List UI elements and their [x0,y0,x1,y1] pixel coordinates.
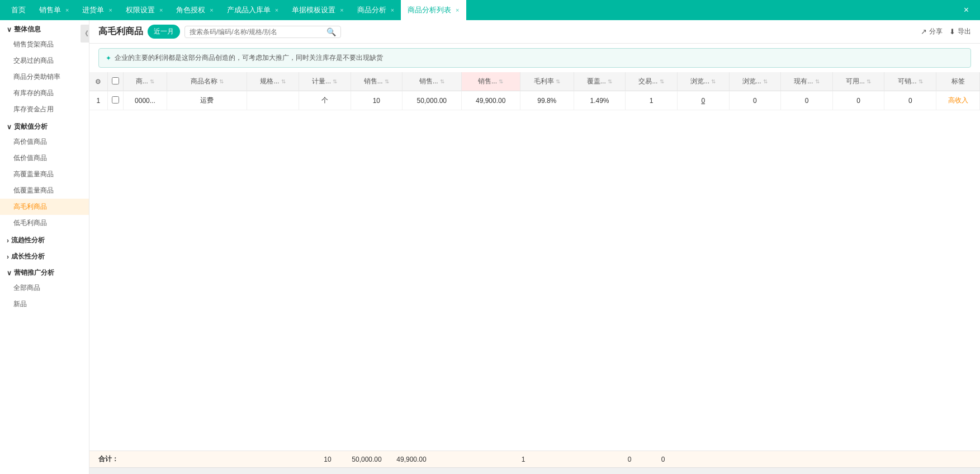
cell-spec [247,91,299,110]
content-area: 高毛利商品 近一月 🔍 ↗ 分享 ⬇ 导出 ✦ 企业的主 [89,20,980,474]
nav-permission-settings-close[interactable]: × [159,7,163,13]
sidebar-item-high-margin[interactable]: 高毛利商品 [0,199,89,215]
sidebar-item-sales-shelf[interactable]: 销售货架商品 [0,36,89,53]
nav-product-inbound[interactable]: 产成品入库单 × [220,0,285,20]
sidebar-item-traded[interactable]: 交易过的商品 [0,53,89,69]
sort-icon-unit: ⇅ [333,78,337,85]
sidebar-item-new-products[interactable]: 新品 [0,296,89,312]
top-navigation: 首页 销售单 × 进货单 × 权限设置 × 角色授权 × 产成品入库单 × 单据… [0,0,980,20]
header-actions: ↗ 分享 ⬇ 导出 [921,27,971,36]
nav-permission-settings[interactable]: 权限设置 × [119,0,169,20]
sidebar-item-high-value[interactable]: 高价值商品 [0,134,89,150]
col-name[interactable]: 商品名称 ⇅ [167,72,247,91]
cell-checkbox[interactable] [107,91,123,110]
info-icon: ✦ [106,54,111,62]
sidebar-item-category-rate[interactable]: 商品分类助销率 [0,69,89,85]
nav-template-settings-close[interactable]: × [340,7,343,13]
footer-cells: 10 50,000.00 49,900.00 1 0 0 [132,456,971,463]
nav-purchase-order-close[interactable]: × [108,7,112,13]
footer-current: 0 [613,456,646,463]
col-code[interactable]: 商... ⇅ [123,72,167,91]
cell-tag: 高收入 [936,91,980,110]
sidebar-item-high-coverage[interactable]: 高覆盖量商品 [0,166,89,182]
search-input[interactable] [190,28,324,36]
col-gross-rate[interactable]: 毛利率 ⇅ [520,72,574,91]
col-available[interactable]: 可用... ⇅ [832,72,884,91]
sort-icon-sales-amt: ⇅ [440,78,444,85]
footer-available: 0 [646,456,680,463]
sidebar-item-stock-capital[interactable]: 库存资金占用 [0,101,89,118]
sidebar-section-trend[interactable]: › 流趋性分析 [0,231,89,247]
row-checkbox[interactable] [112,96,119,104]
horizontal-scrollbar[interactable] [89,467,980,474]
nav-product-analysis-list[interactable]: 商品分析列表 × [401,0,466,20]
search-box[interactable]: 🔍 [184,26,341,38]
nav-purchase-order[interactable]: 进货单 × [75,0,119,20]
nav-template-settings[interactable]: 单据模板设置 × [285,0,350,20]
cell-browse2: 0 [729,91,781,110]
cell-gross-rate: 99.8% [520,91,574,110]
cell-browse1[interactable]: 0 [677,91,729,110]
nav-role-auth[interactable]: 角色授权 × [169,0,220,20]
table-container[interactable]: ⚙ 商... ⇅ 商品名称 ⇅ [89,72,980,450]
cell-code: 0000... [123,91,167,110]
col-spec[interactable]: 规格... ⇅ [247,72,299,91]
col-settings[interactable]: ⚙ [89,72,107,91]
col-checkbox[interactable] [107,72,123,91]
chevron-right-icon-2: › [7,253,9,261]
col-sellable[interactable]: 可销... ⇅ [884,72,936,91]
col-coverage[interactable]: 覆盖... ⇅ [574,72,626,91]
col-sales-profit[interactable]: 销售... ⇅ [461,72,520,91]
select-all-checkbox[interactable] [112,77,119,85]
col-transaction[interactable]: 交易... ⇅ [626,72,678,91]
chevron-down-icon-3: ∨ [7,269,12,277]
nav-product-analysis[interactable]: 商品分析 × [351,0,401,20]
nav-product-analysis-close[interactable]: × [391,7,394,13]
share-button[interactable]: ↗ 分享 [921,27,943,36]
sidebar-item-low-value[interactable]: 低价值商品 [0,150,89,166]
window-close-button[interactable]: × [957,5,976,15]
sort-icon-current: ⇅ [815,78,820,85]
sidebar-section-marketing[interactable]: ∨ 营销推广分析 [0,264,89,280]
sidebar-item-all-products[interactable]: 全部商品 [0,280,89,296]
chevron-down-icon-2: ∨ [7,123,12,131]
col-unit[interactable]: 计量... ⇅ [299,72,351,91]
export-button[interactable]: ⬇ 导出 [949,27,971,36]
info-banner: ✦ 企业的主要的利润都是这部分商品创造的，可考虑加大推广，同时关注库存是不要出现… [98,48,971,68]
sidebar-collapse-button[interactable]: 《 [81,25,89,43]
sort-icon-sellable: ⇅ [919,78,923,85]
col-sales-qty[interactable]: 销售... ⇅ [351,72,403,91]
search-icon[interactable]: 🔍 [326,27,336,36]
chevron-down-icon: ∨ [7,26,12,34]
nav-product-analysis-list-close[interactable]: × [456,7,459,13]
sidebar-item-low-margin[interactable]: 低毛利商品 [0,215,89,231]
nav-home[interactable]: 首页 [4,0,32,20]
sidebar-item-in-stock[interactable]: 有库存的商品 [0,85,89,101]
cell-transaction: 1 [626,91,678,110]
nav-product-inbound-close[interactable]: × [275,7,278,13]
nav-role-auth-close[interactable]: × [210,7,213,13]
nav-sales-order[interactable]: 销售单 × [32,0,75,20]
nav-sales-order-close[interactable]: × [65,7,69,13]
sidebar-item-low-coverage[interactable]: 低覆盖量商品 [0,182,89,199]
cell-sales-amt: 50,000.00 [403,91,461,110]
col-sales-amt[interactable]: 销售... ⇅ [403,72,461,91]
cell-sales-profit: 49,900.00 [461,91,520,110]
filter-last-month[interactable]: 近一月 [148,25,180,39]
cell-current: 0 [781,91,833,110]
col-browse1[interactable]: 浏览... ⇅ [677,72,729,91]
page-title: 高毛利商品 [98,26,143,37]
footer-sales-amt: 50,000.00 [344,456,389,463]
col-tag[interactable]: 标签 [936,72,980,91]
cell-sellable: 0 [884,91,936,110]
cell-available: 0 [832,91,884,110]
sort-icon-browse2: ⇅ [763,78,768,85]
col-browse2[interactable]: 浏览... ⇅ [729,72,781,91]
sidebar-section-overall[interactable]: ∨ 整体信息 [0,20,89,36]
sidebar: 《 ∨ 整体信息 销售货架商品 交易过的商品 商品分类助销率 有库存的商品 库存… [0,20,89,474]
sidebar-section-growth[interactable]: › 成长性分析 [0,247,89,264]
sidebar-section-contribution[interactable]: ∨ 贡献值分析 [0,118,89,134]
col-current[interactable]: 现有... ⇅ [781,72,833,91]
footer-transaction: 1 [501,456,546,463]
footer-sales-profit: 49,900.00 [389,456,434,463]
